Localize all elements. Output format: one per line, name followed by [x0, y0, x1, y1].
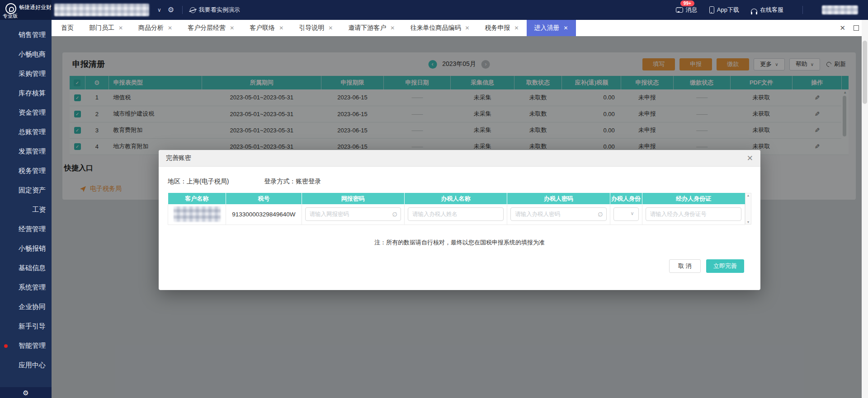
- login-method-label: 登录方式：: [264, 178, 296, 186]
- tab-close-icon[interactable]: ✕: [168, 25, 172, 31]
- modal-header: 完善账密 ✕: [159, 150, 760, 167]
- sidebar-item-operations[interactable]: 经营管理: [0, 220, 52, 239]
- online-support-button[interactable]: 在线客服: [751, 6, 783, 14]
- sidebar-item-sales[interactable]: 销售管理: [0, 25, 52, 45]
- window-scrollbar-thumb[interactable]: [863, 41, 867, 104]
- header-operator-id: 经办人身份证: [642, 193, 745, 204]
- app-download-label: App下载: [717, 6, 739, 14]
- sidebar-gear-icon[interactable]: ⚙: [23, 389, 28, 396]
- modal-close-icon[interactable]: ✕: [747, 154, 753, 163]
- tab-guide[interactable]: 引导说明✕: [291, 20, 340, 36]
- headset-icon: [751, 9, 757, 13]
- tax-number: 91330000329849640W: [232, 211, 295, 218]
- confirm-button[interactable]: 立即完善: [706, 259, 744, 273]
- tab-close-icon[interactable]: ✕: [230, 25, 234, 31]
- username-redacted[interactable]: [822, 5, 858, 14]
- scroll-down-icon[interactable]: ▼: [747, 220, 750, 224]
- top-bar: 畅捷通好业财 专业版 ∨ ⚙ 我要看实例演示 消息 99+ App下载 在线客服: [0, 0, 868, 20]
- messages-label: 消息: [686, 6, 698, 14]
- demo-link[interactable]: 我要看实例演示: [190, 6, 240, 14]
- tab-close-icon[interactable]: ✕: [328, 25, 333, 31]
- region-value: 上海(电子税局): [187, 178, 229, 186]
- sidebar-item-purchase[interactable]: 采购管理: [0, 64, 52, 84]
- header-tax-no: 税号: [226, 193, 302, 204]
- window-scrollbar[interactable]: [862, 20, 868, 398]
- app-download-button[interactable]: App下载: [709, 6, 739, 14]
- tab-product-codes[interactable]: 往来单位商品编码✕: [402, 20, 477, 36]
- sidebar-item-fixed-assets[interactable]: 固定资产: [0, 181, 52, 200]
- tab-home[interactable]: 首页: [53, 20, 81, 36]
- clerk-identity-select[interactable]: ∨: [613, 207, 639, 221]
- messages-badge: 99+: [680, 0, 694, 6]
- tab-customer-contact[interactable]: 客户联络✕: [242, 20, 291, 36]
- sidebar-item-inventory[interactable]: 库存核算: [0, 84, 52, 103]
- sidebar-item-app-center[interactable]: 应用中心: [0, 356, 52, 375]
- sidebar-item-collaboration[interactable]: 企业协同: [0, 297, 52, 317]
- sidebar-item-payroll[interactable]: 工资: [0, 200, 52, 220]
- header-clerk-identity: 办税人身份: [610, 193, 642, 204]
- login-method-value: 账密登录: [296, 178, 321, 186]
- demo-planet-icon: [190, 7, 196, 13]
- message-bubble-icon: [676, 7, 683, 13]
- eye-off-icon[interactable]: ∅: [392, 211, 397, 218]
- close-all-tabs-icon[interactable]: ✕: [840, 24, 845, 32]
- header-customer-name: 客户名称: [168, 193, 226, 204]
- sidebar-item-tax[interactable]: 税务管理: [0, 161, 52, 181]
- clerk-password-input[interactable]: [510, 207, 606, 221]
- sidebar-item-smart-management[interactable]: 智能管理: [0, 336, 52, 356]
- sidebar-item-system[interactable]: 系统管理: [0, 278, 52, 297]
- header-clerk-password: 办税人密码: [507, 193, 610, 204]
- company-name-redacted[interactable]: [54, 4, 149, 16]
- topbar-divider: [182, 6, 183, 14]
- credentials-table: 客户名称 税号 网报密码 办税人名称 办税人密码 办税人身份 经办人身份证 91…: [168, 193, 745, 225]
- customer-name-redacted: [174, 206, 221, 222]
- sidebar-item-ledger[interactable]: 总账管理: [0, 122, 52, 142]
- sidebar-item-invoice[interactable]: 发票管理: [0, 142, 52, 161]
- logo-area: 畅捷通好业财 专业版: [0, 0, 52, 20]
- scroll-up-icon[interactable]: ▲: [747, 194, 750, 197]
- messages-button[interactable]: 消息 99+: [676, 6, 698, 14]
- brand-title: 畅捷通好业财: [19, 4, 52, 11]
- tab-dept-staff[interactable]: 部门员工✕: [81, 20, 131, 36]
- sidebar-item-expense[interactable]: 小畅报销: [0, 239, 52, 258]
- support-label: 在线客服: [760, 6, 783, 14]
- header-clerk-name: 办税人名称: [404, 193, 507, 204]
- tab-declaration-list-active[interactable]: 进入清册✕: [527, 20, 576, 36]
- credentials-row: 91330000329849640W ∅ ∅ ∨: [168, 204, 745, 225]
- tab-tax-declare[interactable]: 税务申报✕: [477, 20, 526, 36]
- modal-table-scrollbar[interactable]: ▲ ▼: [745, 193, 751, 225]
- sidebar-nav: 销售管理 小畅电商 采购管理 库存核算 资金管理 总账管理 发票管理 税务管理 …: [0, 20, 52, 398]
- tab-close-icon[interactable]: ✕: [279, 25, 283, 31]
- fullscreen-icon[interactable]: [854, 25, 859, 31]
- tab-product-analysis[interactable]: 商品分析✕: [131, 20, 180, 36]
- modal-title: 完善账密: [166, 154, 191, 162]
- eye-off-icon[interactable]: ∅: [598, 211, 603, 218]
- web-password-input[interactable]: [305, 207, 401, 221]
- sidebar-footer: ⚙: [0, 387, 52, 398]
- tab-customer-tiering[interactable]: 客户分层经营✕: [180, 20, 242, 36]
- operator-id-input[interactable]: [646, 207, 741, 221]
- phone-icon: [709, 6, 714, 14]
- complete-credentials-modal: 完善账密 ✕ 地区： 上海(电子税局) 登录方式： 账密登录 客户名称 税号 网…: [159, 150, 760, 290]
- region-label: 地区：: [168, 178, 187, 186]
- sidebar-item-ecommerce[interactable]: 小畅电商: [0, 45, 52, 64]
- sidebar-item-funds[interactable]: 资金管理: [0, 103, 52, 122]
- header-web-password: 网报密码: [302, 193, 404, 204]
- cancel-button[interactable]: 取 消: [669, 259, 701, 273]
- chevron-down-icon: ∨: [631, 211, 634, 216]
- edition-label: 专业版: [3, 13, 18, 19]
- clerk-name-input[interactable]: [408, 207, 504, 221]
- sidebar-item-base-info[interactable]: 基础信息: [0, 258, 52, 278]
- tab-close-icon[interactable]: ✕: [390, 25, 395, 31]
- tab-invite-downstream[interactable]: 邀请下游客户✕: [340, 20, 402, 36]
- tab-close-icon[interactable]: ✕: [564, 25, 568, 31]
- red-dot-badge: [4, 344, 8, 348]
- tab-close-icon[interactable]: ✕: [465, 25, 469, 31]
- topbar-divider: [802, 6, 803, 14]
- tab-close-icon[interactable]: ✕: [118, 25, 123, 31]
- tab-close-icon[interactable]: ✕: [514, 25, 519, 31]
- settings-gear-icon[interactable]: ⚙: [168, 6, 175, 14]
- modal-note: 注：所有的数据请自行核对，最终以您在国税申报系统的填报为准: [168, 239, 751, 247]
- sidebar-item-beginner-guide[interactable]: 新手引导: [0, 317, 52, 336]
- company-dropdown-chevron-icon[interactable]: ∨: [157, 7, 161, 13]
